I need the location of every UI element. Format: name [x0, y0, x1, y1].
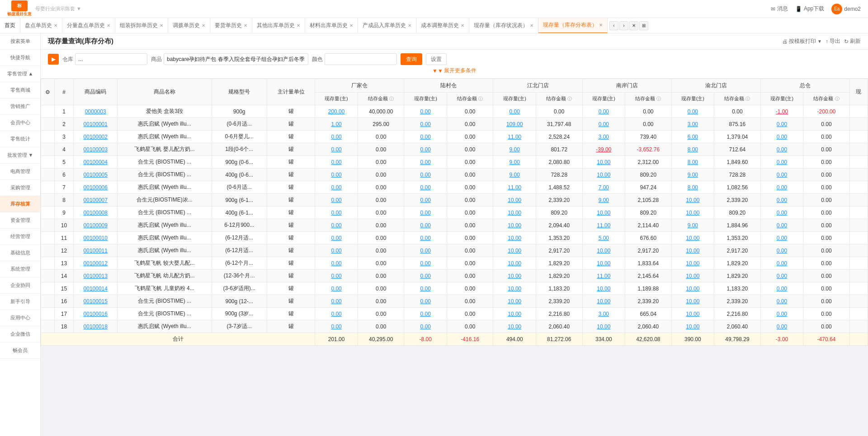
cell-na-qty[interactable]: 3.00	[582, 308, 625, 320]
close-tab-7[interactable]: ✕	[349, 23, 353, 28]
cell-total-qty[interactable]: 0.00	[760, 282, 803, 295]
nav-close[interactable]: ✕	[629, 21, 638, 30]
tab-10[interactable]: 现存量（库存状况表） ✕	[469, 18, 538, 33]
sidebar-item-weixin[interactable]: 企业微信	[0, 326, 40, 342]
tab-1[interactable]: 盘点单历史 ✕	[20, 18, 62, 33]
close-tab-2[interactable]: ✕	[107, 23, 110, 28]
cell-f-qty[interactable]: 0.00	[315, 143, 358, 156]
cell-l-qty[interactable]: 0.00	[404, 232, 447, 244]
cell-jb-qty[interactable]: 10.00	[493, 232, 536, 244]
cell-na-qty[interactable]: 10.00	[582, 244, 625, 257]
cell-code[interactable]: 00100007	[74, 194, 118, 206]
close-tab-5[interactable]: ✕	[244, 23, 247, 28]
cell-yb-qty[interactable]: 8.00	[671, 143, 714, 156]
cell-na-qty[interactable]: 11.00	[582, 219, 625, 232]
refresh-btn[interactable]: ↻ 刷新	[844, 38, 861, 45]
close-tab-3[interactable]: ✕	[160, 23, 163, 28]
cell-yb-qty[interactable]: 6.00	[671, 131, 714, 143]
cell-code[interactable]: 00100018	[74, 320, 118, 333]
cell-yb-qty[interactable]: 10.00	[671, 295, 714, 308]
cell-jb-qty[interactable]: 109.00	[493, 118, 536, 131]
cell-yb-qty[interactable]: 8.00	[671, 181, 714, 194]
cell-total-qty[interactable]: -1.00	[760, 105, 803, 118]
cell-jb-qty[interactable]: 10.00	[493, 270, 536, 282]
sidebar-item-purchase[interactable]: 采购管理	[0, 180, 40, 196]
cell-jb-qty[interactable]: 10.00	[493, 206, 536, 219]
cell-jb-qty[interactable]: 10.00	[493, 308, 536, 320]
cell-l-qty[interactable]: 0.00	[404, 295, 447, 308]
cell-total-qty[interactable]: 0.00	[760, 295, 803, 308]
cell-l-qty[interactable]: 0.00	[404, 308, 447, 320]
cell-na-qty[interactable]: 10.00	[582, 206, 625, 219]
tab-11[interactable]: 现存量（库存分布表） ✕	[538, 18, 608, 33]
tab-7[interactable]: 材料出库单历史 ✕	[305, 18, 358, 33]
cell-jb-qty[interactable]: 9.00	[493, 169, 536, 181]
cell-total-qty[interactable]: 0.00	[760, 143, 803, 156]
cell-yb-qty[interactable]: 9.00	[671, 219, 714, 232]
warehouse-input[interactable]	[75, 53, 147, 65]
cell-na-qty[interactable]: 0.00	[582, 118, 625, 131]
close-tab-9[interactable]: ✕	[461, 23, 464, 28]
cell-yb-qty[interactable]: 10.00	[671, 206, 714, 219]
settings-btn[interactable]: 设置	[426, 53, 447, 65]
tab-3[interactable]: 组装拆卸单历史 ✕	[115, 18, 168, 33]
tab-5[interactable]: 要货单历史 ✕	[210, 18, 252, 33]
cell-f-qty[interactable]: 0.00	[315, 156, 358, 169]
cell-f-qty[interactable]: 0.00	[315, 320, 358, 333]
cell-total-qty[interactable]: 0.00	[760, 194, 803, 206]
tab-9[interactable]: 成本调整单历史 ✕	[416, 18, 469, 33]
cell-yb-qty[interactable]: 10.00	[671, 308, 714, 320]
cell-f-qty[interactable]: 0.00	[315, 308, 358, 320]
print-btn[interactable]: 🖨 按模板打印 ▼	[782, 38, 822, 45]
cell-total-qty[interactable]: 0.00	[760, 232, 803, 244]
cell-na-qty[interactable]: 10.00	[582, 156, 625, 169]
sidebar-item-wholesale[interactable]: 批发管理 ▼	[0, 147, 40, 164]
close-tab-4[interactable]: ✕	[202, 23, 205, 28]
cell-na-qty[interactable]: 9.00	[582, 194, 625, 206]
sidebar-item-finance[interactable]: 资金管理	[0, 212, 40, 229]
cell-total-qty[interactable]: 0.00	[760, 181, 803, 194]
cell-total-qty[interactable]: 0.00	[760, 206, 803, 219]
user-avatar[interactable]: Ea demo2	[831, 4, 861, 14]
cell-f-qty[interactable]: 0.00	[315, 295, 358, 308]
message-btn[interactable]: ✉ 消息	[771, 5, 788, 13]
cell-code[interactable]: 00100004	[74, 156, 118, 169]
cell-yb-qty[interactable]: 10.00	[671, 320, 714, 333]
cell-code[interactable]: 00100014	[74, 282, 118, 295]
cell-jb-qty[interactable]: 10.00	[493, 219, 536, 232]
color-input[interactable]	[325, 53, 397, 65]
cell-code[interactable]: 00100005	[74, 169, 118, 181]
cell-na-qty[interactable]: 10.00	[582, 295, 625, 308]
tab-home[interactable]: 首页	[0, 18, 20, 33]
cell-total-qty[interactable]: 0.00	[760, 320, 803, 333]
cell-yb-qty[interactable]: 10.00	[671, 270, 714, 282]
cell-f-qty[interactable]: 0.00	[315, 131, 358, 143]
cell-jb-qty[interactable]: 0.00	[493, 105, 536, 118]
tab-6[interactable]: 其他出库单历史 ✕	[252, 18, 305, 33]
sidebar-item-apps[interactable]: 应用中心	[0, 310, 40, 326]
goods-input[interactable]	[164, 53, 308, 65]
cell-l-qty[interactable]: 0.00	[404, 131, 447, 143]
cell-code[interactable]: 00100016	[74, 308, 118, 320]
cell-l-qty[interactable]: 0.00	[404, 320, 447, 333]
cell-jb-qty[interactable]: 10.00	[493, 257, 536, 270]
cell-l-qty[interactable]: 0.00	[404, 219, 447, 232]
cell-na-qty[interactable]: 10.00	[582, 320, 625, 333]
export-btn[interactable]: ↑ 导出	[826, 38, 840, 45]
cell-jb-qty[interactable]: 11.00	[493, 181, 536, 194]
sidebar-item-retail-mall[interactable]: 零售商城	[0, 82, 40, 98]
nav-prev[interactable]: ‹	[609, 21, 618, 30]
cell-yb-qty[interactable]: 10.00	[671, 244, 714, 257]
cell-l-qty[interactable]: 0.00	[404, 194, 447, 206]
cell-na-qty[interactable]: 10.00	[582, 169, 625, 181]
cell-total-qty[interactable]: 0.00	[760, 118, 803, 131]
cell-yb-qty[interactable]: 10.00	[671, 257, 714, 270]
sidebar-item-marketing[interactable]: 营销推广	[0, 98, 40, 115]
cell-total-qty[interactable]: 0.00	[760, 219, 803, 232]
sidebar-item-system[interactable]: 系统管理	[0, 261, 40, 277]
cell-jb-qty[interactable]: 9.00	[493, 156, 536, 169]
cell-total-qty[interactable]: 0.00	[760, 156, 803, 169]
cell-l-qty[interactable]: 0.00	[404, 143, 447, 156]
cell-na-qty[interactable]: 11.00	[582, 270, 625, 282]
cell-l-qty[interactable]: 0.00	[404, 118, 447, 131]
